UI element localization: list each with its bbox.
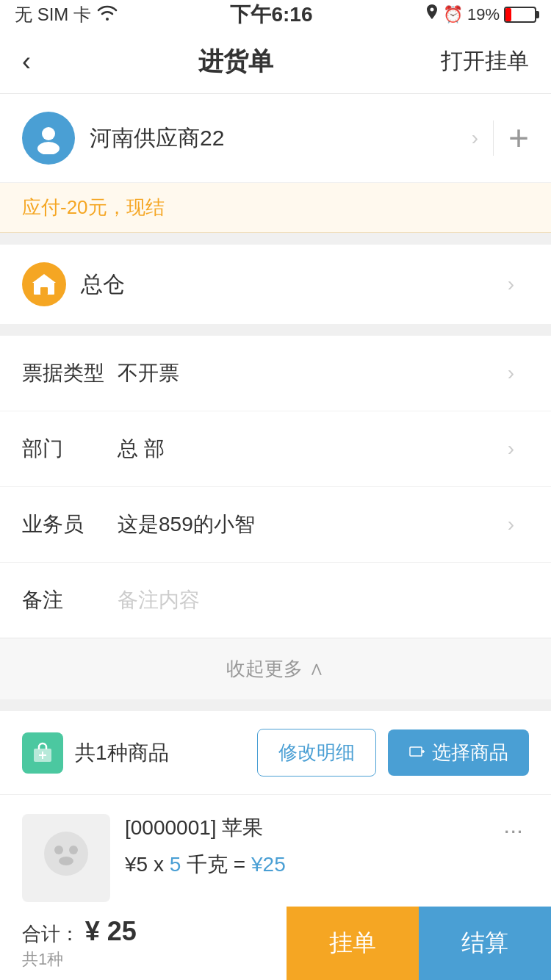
supplier-card: 河南供应商22 › + 应付-20元，现结 [0, 94, 551, 233]
product-bag-icon [22, 732, 63, 774]
sales-chevron: › [508, 513, 514, 536]
warehouse-row[interactable]: 总仓 › [0, 245, 551, 324]
sales-row[interactable]: 业务员 这是859的小智 › [0, 486, 551, 562]
add-supplier-button[interactable]: + [508, 120, 529, 156]
divider [493, 120, 494, 156]
supplier-row[interactable]: 河南供应商22 › + [0, 94, 551, 183]
remark-row[interactable]: 备注 备注内容 [0, 562, 551, 638]
svg-rect-8 [410, 747, 422, 756]
status-left: 无 SIM 卡 [15, 3, 118, 26]
total-section: 合计： ¥ 25 共1种 [0, 916, 287, 970]
location-icon [425, 4, 439, 25]
invoice-value: 不开票 [110, 359, 508, 387]
warehouse-card[interactable]: 总仓 › [0, 245, 551, 324]
invoice-label: 票据类型 [22, 359, 110, 387]
svg-point-1 [37, 142, 60, 154]
wifi-icon [97, 4, 118, 25]
alarm-icon: ⏰ [443, 5, 463, 24]
open-hang-button[interactable]: 打开挂单 [441, 46, 529, 76]
nav-bar: ‹ 进货单 打开挂单 [0, 29, 551, 94]
supplier-chevron: › [472, 126, 478, 150]
total-row: 合计： ¥ 25 [22, 916, 264, 947]
svg-point-14 [59, 857, 73, 865]
remark-input[interactable]: 备注内容 [110, 586, 529, 614]
product-header: 共1种商品 修改明细 选择商品 [0, 711, 551, 795]
product-more-button[interactable]: ··· [497, 814, 529, 847]
form-card: 票据类型 不开票 › 部门 总 部 › 业务员 这是859的小智 › 备注 备注… [0, 336, 551, 699]
svg-point-12 [54, 846, 63, 854]
sales-label: 业务员 [22, 511, 110, 538]
status-right: ⏰ 19% [425, 4, 536, 25]
product-item: [0000001] 苹果 ¥5 x 5 千克 = ¥25 ··· [0, 796, 551, 920]
checkout-button[interactable]: 结算 [419, 907, 551, 980]
total-count: 共1种 [22, 948, 264, 970]
total-label: 合计： [22, 923, 79, 945]
warehouse-chevron: › [508, 273, 514, 296]
svg-point-11 [44, 832, 88, 876]
remark-label: 备注 [22, 586, 110, 614]
battery-label: 19% [467, 5, 500, 24]
sales-value: 这是859的小智 [110, 511, 508, 538]
back-button[interactable]: ‹ [22, 46, 31, 77]
warning-banner: 应付-20元，现结 [0, 183, 551, 233]
battery-icon [504, 7, 536, 23]
supplier-name: 河南供应商22 [90, 123, 472, 154]
product-section: 共1种商品 修改明细 选择商品 [0, 711, 551, 920]
product-count: 共1种商品 [75, 739, 257, 767]
dept-chevron: › [508, 437, 514, 461]
product-name: [0000001] 苹果 [125, 814, 497, 842]
main-content: 河南供应商22 › + 应付-20元，现结 总仓 › 票据类型 不开票 [0, 94, 551, 980]
invoice-chevron: › [508, 361, 514, 385]
dept-row[interactable]: 部门 总 部 › [0, 411, 551, 486]
warehouse-name: 总仓 [81, 270, 508, 300]
warehouse-icon [22, 262, 66, 306]
product-thumb-icon [37, 824, 96, 892]
status-bar: 无 SIM 卡 下午6:16 ⏰ 19% [0, 0, 551, 29]
product-info: [0000001] 苹果 ¥5 x 5 千克 = ¥25 [125, 814, 497, 879]
carrier-label: 无 SIM 卡 [15, 3, 91, 26]
product-price: ¥5 x 5 千克 = ¥25 [125, 851, 497, 879]
product-thumbnail [22, 814, 110, 902]
collapse-toggle[interactable]: 收起更多 ∧ [0, 638, 551, 699]
supplier-avatar [22, 112, 75, 165]
hang-button[interactable]: 挂单 [287, 907, 419, 980]
edit-detail-button[interactable]: 修改明细 [257, 729, 376, 777]
select-product-button[interactable]: 选择商品 [388, 729, 529, 776]
invoice-row[interactable]: 票据类型 不开票 › [0, 336, 551, 411]
status-time: 下午6:16 [230, 1, 312, 29]
page-title: 进货单 [198, 45, 273, 79]
svg-point-13 [69, 846, 78, 854]
bottom-bar: 合计： ¥ 25 共1种 挂单 结算 [0, 907, 551, 980]
dept-label: 部门 [22, 435, 110, 463]
svg-point-0 [42, 127, 55, 140]
dept-value: 总 部 [110, 435, 508, 463]
svg-rect-4 [40, 287, 48, 295]
total-amount: ¥ 25 [85, 916, 137, 946]
svg-marker-3 [32, 274, 56, 283]
